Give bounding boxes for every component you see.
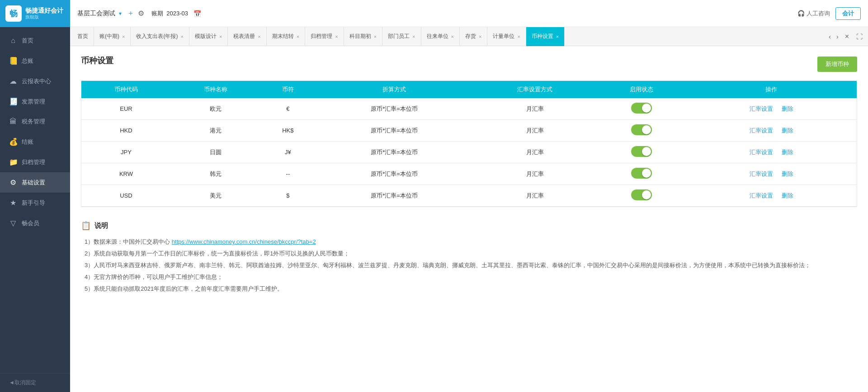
toggle-enabled[interactable] <box>631 189 652 200</box>
delete-link[interactable]: 删除 <box>782 105 793 112</box>
tab-close-interim[interactable]: × <box>122 34 125 39</box>
ledger-icon: 📒 <box>9 57 17 65</box>
tab-interim[interactable]: 账(中期)× <box>94 27 131 46</box>
tab-close-template[interactable]: × <box>219 34 222 39</box>
tabbar-nav-controls: ‹ › × ⛶ <box>826 31 866 43</box>
tab-contacts[interactable]: 往来单位× <box>421 27 460 46</box>
tab-close-all-btn[interactable]: × <box>841 31 853 43</box>
tab-unit[interactable]: 计量单位× <box>487 27 526 46</box>
notes-item: 4）无官方牌价的币种，可以用户手工维护汇率信息； <box>85 271 857 283</box>
cell-code: HKD <box>81 120 171 142</box>
archive-icon: 📁 <box>9 158 17 166</box>
toggle-enabled[interactable] <box>631 146 652 157</box>
tab-close-tax[interactable]: × <box>258 34 260 39</box>
sidebar-item-label-settings: 基础设置 <box>22 179 45 187</box>
page-title: 币种设置 <box>81 55 113 66</box>
tab-close-subjects[interactable]: × <box>374 34 377 39</box>
notes-source-link[interactable]: https://www.chinamoney.com.cn/chinese/bk… <box>172 238 316 245</box>
cell-calc: 原币*汇率=本位币 <box>316 142 473 163</box>
cell-symbol: HK$ <box>260 120 316 142</box>
logo-text: 畅捷通好会计 旗舰版 <box>25 7 63 21</box>
tab-tax[interactable]: 税表清册× <box>228 27 266 46</box>
tab-home[interactable]: 首页 <box>72 27 94 46</box>
tab-dept[interactable]: 部门员工× <box>382 27 421 46</box>
tab-close-dept[interactable]: × <box>412 34 415 39</box>
cell-code: JPY <box>81 142 171 163</box>
settings-gear-icon[interactable]: ⚙ <box>138 9 144 18</box>
notes-item: 3）人民币对马来西亚林吉特、俄罗斯卢布、南非兰特、韩元、阿联酋迪拉姆、沙特里亚尔… <box>85 260 857 271</box>
sidebar-item-settlement[interactable]: 💰 结账 <box>0 132 70 152</box>
cell-name: 港元 <box>171 120 260 142</box>
table-row: USD美元$原币*汇率=本位币月汇率 汇率设置 删除 <box>81 185 857 207</box>
tab-archive[interactable]: 归档管理× <box>305 27 344 46</box>
cell-enabled <box>597 142 686 163</box>
topbar-right: 🎧 人工咨询 会计 <box>797 7 861 20</box>
notes-title: 📋 说明 <box>81 221 857 231</box>
delete-link[interactable]: 删除 <box>782 192 793 199</box>
rate-setting-link[interactable]: 汇率设置 <box>750 192 773 199</box>
support-btn[interactable]: 🎧 人工咨询 <box>797 9 830 18</box>
tab-period-end[interactable]: 期末结转× <box>267 27 305 46</box>
notes-item: 2）系统自动获取每月第一个工作日的汇率标价，统一为直接标价法，即1外币可以兑换的… <box>85 248 857 260</box>
delete-link[interactable]: 删除 <box>782 149 793 156</box>
sidebar-unpin[interactable]: ◄取消固定 <box>0 373 70 392</box>
reports-icon: ☁ <box>9 77 17 85</box>
cell-calc: 原币*汇率=本位币 <box>316 163 473 185</box>
rate-setting-link[interactable]: 汇率设置 <box>750 127 773 134</box>
cell-rate-type: 月汇率 <box>473 98 597 120</box>
toggle-enabled[interactable] <box>631 124 652 135</box>
sidebar-item-reports[interactable]: ☁ 云报表中心 <box>0 71 70 91</box>
tab-inventory[interactable]: 存货× <box>460 27 487 46</box>
sidebar-item-settings[interactable]: ⚙ 基础设置 <box>0 172 70 193</box>
logo-icon: 畅 <box>5 5 22 22</box>
tab-close-contacts[interactable]: × <box>451 34 454 39</box>
tab-close-unit[interactable]: × <box>517 34 520 39</box>
notes-section: 📋 说明 1）数据来源：中国外汇交易中心 https://www.chinamo… <box>81 221 857 295</box>
sidebar-item-tax[interactable]: 🏛 税务管理 <box>0 112 70 132</box>
tab-prev-btn[interactable]: ‹ <box>826 31 834 42</box>
col-header-折算方式: 折算方式 <box>316 81 473 98</box>
rate-setting-link[interactable]: 汇率设置 <box>750 105 773 112</box>
calendar-icon[interactable]: 📅 <box>193 10 201 17</box>
cell-enabled <box>597 163 686 185</box>
tab-label-income: 收入支出表(年报) <box>136 33 178 40</box>
sidebar-item-home[interactable]: ⌂ 首页 <box>0 31 70 51</box>
period-label: 账期 2023-03 <box>151 9 188 18</box>
sidebar-item-member[interactable]: ▽ 畅会员 <box>0 213 70 233</box>
sidebar-item-archive[interactable]: 📁 归档管理 <box>0 152 70 172</box>
tab-subjects[interactable]: 科目期初× <box>344 27 382 46</box>
tab-label-contacts: 往来单位 <box>427 33 448 40</box>
tab-income[interactable]: 收入支出表(年报)× <box>131 27 189 46</box>
delete-link[interactable]: 删除 <box>782 127 793 134</box>
logo: 畅 畅捷通好会计 旗舰版 <box>0 0 70 27</box>
tab-close-currency[interactable]: × <box>556 34 559 39</box>
rate-setting-link[interactable]: 汇率设置 <box>750 170 773 177</box>
tab-label-home: 首页 <box>77 33 88 40</box>
new-currency-btn[interactable]: 新增币种 <box>817 57 857 72</box>
tab-label-currency: 币种设置 <box>532 33 553 40</box>
cell-name: 欧元 <box>171 98 260 120</box>
add-company-btn[interactable]: ＋ <box>127 9 134 18</box>
tab-currency[interactable]: 币种设置× <box>526 27 565 46</box>
col-header-币种名称: 币种名称 <box>171 81 260 98</box>
tab-close-income[interactable]: × <box>180 34 183 39</box>
sidebar-item-invoice[interactable]: 🧾 发票管理 <box>0 91 70 112</box>
toggle-knob <box>642 190 651 199</box>
tab-template[interactable]: 模版设计× <box>189 27 228 46</box>
col-header-启用状态: 启用状态 <box>597 81 686 98</box>
account-btn[interactable]: 会计 <box>835 7 861 20</box>
sidebar-item-guide[interactable]: ★ 新手引导 <box>0 193 70 213</box>
company-dropdown[interactable]: ▾ <box>119 10 122 17</box>
tab-close-inventory[interactable]: × <box>479 34 481 39</box>
tab-expand-btn[interactable]: ⛶ <box>853 31 866 42</box>
table-row: JPY日圆J¥原币*汇率=本位币月汇率 汇率设置 删除 <box>81 142 857 163</box>
rate-setting-link[interactable]: 汇率设置 <box>750 149 773 156</box>
tab-close-archive[interactable]: × <box>335 34 338 39</box>
toggle-enabled[interactable] <box>631 103 652 113</box>
sidebar-item-ledger[interactable]: 📒 总账 <box>0 51 70 71</box>
delete-link[interactable]: 删除 <box>782 170 793 177</box>
tab-next-btn[interactable]: › <box>834 31 841 42</box>
cell-symbol: -- <box>260 163 316 185</box>
tab-close-period-end[interactable]: × <box>297 34 299 39</box>
toggle-enabled[interactable] <box>631 168 652 179</box>
